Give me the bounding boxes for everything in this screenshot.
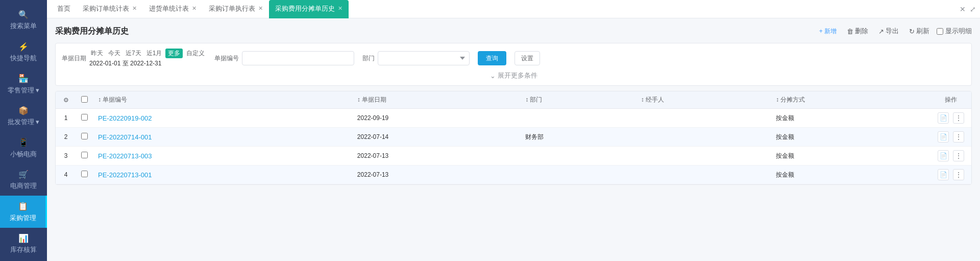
- sidebar-item-search-menu[interactable]: 🔍搜索菜单: [0, 4, 47, 36]
- search-button[interactable]: 查询: [478, 51, 506, 65]
- sidebar-item-quick-nav[interactable]: ⚡快捷导航: [0, 36, 47, 68]
- tab-purchase-cost-history[interactable]: 采购费用分摊单历史✕: [269, 0, 349, 18]
- table-header-row: ⚙ ↕ 单据编号 ↕ 单据日期 ↕ 部门 ↕ 经手人 ↕ 分摊方式 操作: [56, 91, 971, 109]
- more-btn-1[interactable]: ⋮: [953, 131, 964, 143]
- doc-no-link-2[interactable]: PE-20220713-003: [98, 152, 152, 160]
- col-header-dept[interactable]: ↕ 部门: [520, 91, 636, 109]
- col-header-settings[interactable]: ⚙: [56, 91, 76, 109]
- sidebar-item-inventory[interactable]: 📊库存核算: [0, 228, 47, 260]
- date-filter: 单据日期 昨天 今天 近7天 近1月 更多 自定义 2022-01-01 至 2…: [62, 49, 206, 68]
- shortcut-more[interactable]: 更多: [165, 49, 183, 58]
- view-btn-3[interactable]: 📄: [938, 169, 949, 180]
- delete-button[interactable]: 🗑 删除: [844, 25, 871, 38]
- sidebar-label-retail: 零售管理 ▾: [8, 86, 40, 94]
- tab-label-home: 首页: [57, 4, 70, 13]
- doc-no-input[interactable]: [242, 51, 354, 65]
- sidebar-item-purchase[interactable]: 📋采购管理: [0, 196, 47, 228]
- dept-select[interactable]: [378, 51, 470, 65]
- chevron-down-icon: ⌄: [490, 72, 496, 80]
- tab-home[interactable]: 首页: [51, 0, 77, 18]
- cell-doc-no-0: PE-20220919-002: [93, 109, 352, 128]
- table-row: 4 PE-20220713-001 2022-07-13 按金额 📄 ⋮: [56, 165, 971, 184]
- sidebar-item-wholesale[interactable]: 📦批发管理 ▾: [0, 100, 47, 132]
- tab-close-purchase-cost-history[interactable]: ✕: [338, 5, 342, 12]
- tab-close-incoming-stats[interactable]: ✕: [192, 5, 197, 12]
- tab-label-purchase-order-exec: 采购订单执行表: [209, 4, 255, 13]
- sidebar-icon-inventory: 📊: [2, 233, 45, 244]
- col-header-doc-no[interactable]: ↕ 单据编号: [93, 91, 352, 109]
- shortcut-today[interactable]: 今天: [107, 49, 122, 58]
- row-checkbox-1[interactable]: [81, 133, 88, 139]
- tab-incoming-stats[interactable]: 进货单统计表✕: [143, 0, 203, 18]
- close-window-icon[interactable]: ✕: [960, 5, 966, 13]
- row-checkbox-2[interactable]: [81, 152, 88, 158]
- sidebar: 🔍搜索菜单⚡快捷导航🏪零售管理 ▾📦批发管理 ▾📱小畅电商🛒电商管理📋采购管理📊…: [0, 0, 47, 261]
- sidebar-icon-search-menu: 🔍: [2, 9, 45, 20]
- cell-no-3: 4: [56, 165, 76, 184]
- select-all-checkbox[interactable]: [81, 96, 88, 103]
- sidebar-icon-purchase: 📋: [2, 201, 43, 212]
- shortcut-7days[interactable]: 近7天: [124, 49, 143, 58]
- cell-doc-date-2: 2022-07-13: [352, 147, 520, 165]
- refresh-button[interactable]: ↻ 刷新: [906, 25, 933, 38]
- view-btn-0[interactable]: 📄: [938, 112, 949, 124]
- table-row: 2 PE-20220714-001 2022-07-14 财务部 按金额 📄 ⋮: [56, 128, 971, 147]
- dept-filter: 部门: [362, 51, 470, 65]
- show-cols-checkbox-input[interactable]: [937, 28, 943, 35]
- toolbar: + 新增 🗑 删除 ↗ 导出 ↻ 刷新 显示明细: [816, 25, 972, 38]
- sidebar-item-mobile[interactable]: 📱小畅电商: [0, 132, 47, 164]
- content-area: 采购费用分摊单历史 + 新增 🗑 删除 ↗ 导出 ↻ 刷新 显示明细: [47, 18, 980, 261]
- date-filter-label: 单据日期: [62, 54, 86, 63]
- tab-purchase-order-stats[interactable]: 采购订单统计表✕: [77, 0, 143, 18]
- filter-settings-button[interactable]: 设置: [514, 51, 540, 65]
- show-cols-toggle[interactable]: 显示明细: [937, 27, 972, 36]
- main-content: 首页采购订单统计表✕进货单统计表✕采购订单执行表✕采购费用分摊单历史✕ ✕ ⤢ …: [47, 0, 980, 261]
- tab-close-purchase-order-stats[interactable]: ✕: [132, 5, 137, 12]
- page-title: 采购费用分摊单历史: [55, 26, 129, 37]
- shortcut-yesterday[interactable]: 昨天: [89, 49, 105, 58]
- export-button[interactable]: ↗ 导出: [875, 25, 902, 38]
- table-row: 1 PE-20220919-002 2022-09-19 按金额 📄 ⋮: [56, 109, 971, 128]
- tab-bar: 首页采购订单统计表✕进货单统计表✕采购订单执行表✕采购费用分摊单历史✕ ✕ ⤢: [47, 0, 980, 18]
- cell-handler-2: [636, 147, 771, 165]
- sidebar-item-ecom[interactable]: 🛒电商管理: [0, 164, 47, 196]
- doc-no-link-1[interactable]: PE-20220714-001: [98, 133, 152, 141]
- sidebar-label-purchase: 采购管理: [10, 214, 36, 222]
- col-header-handler[interactable]: ↕ 经手人: [636, 91, 771, 109]
- tab-close-purchase-order-exec[interactable]: ✕: [258, 5, 263, 12]
- col-header-check: [76, 91, 93, 109]
- new-button[interactable]: + 新增: [816, 25, 840, 38]
- row-checkbox-0[interactable]: [81, 114, 88, 121]
- cell-doc-no-2: PE-20220713-003: [93, 147, 352, 165]
- cell-actions-2: 📄 ⋮: [930, 147, 971, 165]
- doc-no-link-0[interactable]: PE-20220919-002: [98, 114, 152, 122]
- shortcut-custom[interactable]: 自定义: [185, 49, 206, 58]
- more-btn-3[interactable]: ⋮: [953, 169, 964, 180]
- cell-actions-3: 📄 ⋮: [930, 165, 971, 184]
- filter-area: 单据日期 昨天 今天 近7天 近1月 更多 自定义 2022-01-01 至 2…: [55, 43, 972, 86]
- maximize-window-icon[interactable]: ⤢: [970, 5, 976, 13]
- cell-dept-0: [520, 109, 636, 128]
- table-header: ⚙ ↕ 单据编号 ↕ 单据日期 ↕ 部门 ↕ 经手人 ↕ 分摊方式 操作: [56, 91, 971, 109]
- sidebar-label-mobile: 小畅电商: [10, 150, 37, 158]
- tab-purchase-order-exec[interactable]: 采购订单执行表✕: [203, 0, 269, 18]
- data-table-container: ⚙ ↕ 单据编号 ↕ 单据日期 ↕ 部门 ↕ 经手人 ↕ 分摊方式 操作: [55, 91, 972, 185]
- more-btn-0[interactable]: ⋮: [953, 112, 964, 124]
- delete-icon: 🗑: [847, 28, 853, 35]
- cell-doc-date-0: 2022-09-19: [352, 109, 520, 128]
- view-btn-2[interactable]: 📄: [938, 150, 949, 161]
- tab-label-incoming-stats: 进货单统计表: [149, 4, 189, 13]
- date-range-value[interactable]: 2022-01-01 至 2022-12-31: [89, 59, 206, 68]
- col-header-doc-date[interactable]: ↕ 单据日期: [352, 91, 520, 109]
- cell-split-method-2: 按金额: [771, 147, 930, 165]
- view-btn-1[interactable]: 📄: [938, 131, 949, 143]
- cell-dept-1: 财务部: [520, 128, 636, 147]
- row-checkbox-3[interactable]: [81, 171, 88, 177]
- col-header-split-method[interactable]: ↕ 分摊方式: [771, 91, 930, 109]
- expand-more-btn[interactable]: ⌄ 展开更多条件: [62, 71, 965, 80]
- doc-no-link-3[interactable]: PE-20220713-001: [98, 171, 152, 179]
- sidebar-label-search-menu: 搜索菜单: [10, 22, 37, 30]
- more-btn-2[interactable]: ⋮: [953, 150, 964, 161]
- shortcut-1month[interactable]: 近1月: [145, 49, 164, 58]
- sidebar-item-retail[interactable]: 🏪零售管理 ▾: [0, 68, 47, 100]
